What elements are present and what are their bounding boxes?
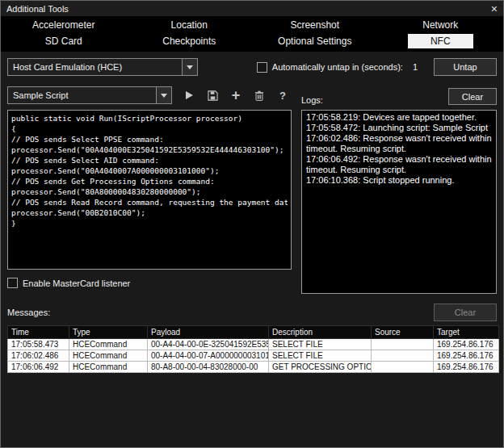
log-entry: 17:06:10.368: Script stopped running. xyxy=(306,175,492,186)
code-line: processor.Send("00A404000E325041592E5359… xyxy=(11,144,288,155)
untap-button[interactable]: Untap xyxy=(434,58,497,76)
script-dropdown[interactable]: Sample Script xyxy=(7,86,172,104)
table-row[interactable]: 17:06:06.492 HCECommand 80-A8-00-00-04-8… xyxy=(8,362,499,373)
log-entry: 17:06:06.492: Response wasn't received w… xyxy=(306,154,492,175)
cell-time: 17:06:02.486 xyxy=(8,350,69,362)
code-line: // POS sends Read Record command, reques… xyxy=(11,197,288,207)
tab-cell: NFC xyxy=(378,33,504,49)
logs-label: Logs: xyxy=(301,95,323,105)
cell-target: 169.254.86.176 xyxy=(434,339,499,350)
code-line: // POS sends Select PPSE command: xyxy=(11,134,288,144)
script-editor[interactable]: public static void Run(IScriptProcessor … xyxy=(7,110,292,270)
logs-section: Logs: Clear 17:05:58.219: Devices are ta… xyxy=(301,86,497,294)
messages-table-header-row: Time Type Payload Description Source Tar… xyxy=(8,326,499,339)
col-header-type[interactable]: Type xyxy=(69,326,148,339)
messages-table: Time Type Payload Description Source Tar… xyxy=(7,325,499,373)
logs-header: Logs: Clear xyxy=(301,86,497,105)
tab-screenshot[interactable]: Screenshot xyxy=(280,18,349,32)
cell-description: GET PROCESSING OPTIONS xyxy=(269,362,372,373)
messages-label: Messages: xyxy=(7,308,50,317)
additional-tools-window: Additional Tools × Accelerometer Locatio… xyxy=(0,0,504,448)
tab-accelerometer[interactable]: Accelerometer xyxy=(23,18,104,32)
cell-source xyxy=(372,362,434,373)
chevron-down-icon[interactable] xyxy=(182,59,197,75)
script-and-logs: Sample Script + ? publ xyxy=(7,86,497,294)
code-line: // POS sends Select AID command: xyxy=(11,155,288,165)
cell-payload: 80-A8-00-00-04-83028000-00 xyxy=(148,362,269,373)
code-line: processor.Send("00B2010C00"); xyxy=(11,207,288,218)
mastercard-row: Enable MasterCard listener xyxy=(7,278,292,288)
tab-cell: Network xyxy=(378,17,504,33)
auto-untap-checkbox[interactable] xyxy=(257,62,267,73)
close-icon[interactable]: × xyxy=(491,3,498,15)
log-entry: 17:05:58.472: Launching script: Sample S… xyxy=(306,123,492,133)
logs-box[interactable]: 17:05:58.219: Devices are tapped togethe… xyxy=(301,110,497,294)
cell-description: SELECT FILE xyxy=(269,350,372,362)
hce-mode-dropdown[interactable]: Host Card Emulation (HCE) xyxy=(7,58,198,76)
auto-untap-group: Automatically untap in (seconds): 1 Unta… xyxy=(257,58,497,76)
tab-optional-settings[interactable]: Optional Settings xyxy=(268,34,361,48)
title-bar: Additional Tools × xyxy=(1,1,503,16)
cell-time: 17:06:06.492 xyxy=(8,362,69,373)
save-script-icon[interactable] xyxy=(206,90,219,101)
nfc-panel: Host Card Emulation (HCE) Automatically … xyxy=(1,52,503,447)
code-line: processor.Send("80A8000004830280000000")… xyxy=(11,186,288,197)
tab-cell: Screenshot xyxy=(252,17,378,33)
hce-row: Host Card Emulation (HCE) Automatically … xyxy=(7,58,497,76)
tab-cell: Location xyxy=(127,17,253,33)
messages-header: Messages: Clear xyxy=(7,304,497,321)
run-script-icon[interactable] xyxy=(183,90,195,100)
col-header-target[interactable]: Target xyxy=(434,326,499,339)
tab-cell: Checkpoints xyxy=(127,33,253,49)
log-entry: 17:05:58.219: Devices are tapped togethe… xyxy=(306,112,492,123)
auto-untap-seconds-value[interactable]: 1 xyxy=(413,62,418,72)
script-dropdown-value: Sample Script xyxy=(8,87,156,103)
script-toolbar: Sample Script + ? xyxy=(7,86,292,105)
table-row[interactable]: 17:05:58.473 HCECommand 00-A4-04-00-0E-3… xyxy=(8,339,499,350)
code-line: processor.Send("00A4040007A0000000031010… xyxy=(11,165,288,176)
cell-time: 17:05:58.473 xyxy=(8,339,69,350)
auto-untap-label: Automatically untap in (seconds): xyxy=(272,62,403,72)
cell-source xyxy=(372,350,434,362)
code-line: // POS sends Get Processing Options comm… xyxy=(11,176,288,186)
clear-logs-button[interactable]: Clear xyxy=(448,88,497,105)
hce-mode-value: Host Card Emulation (HCE) xyxy=(8,59,182,75)
code-line: } xyxy=(11,218,288,228)
cell-target: 169.254.86.176 xyxy=(434,362,499,373)
mastercard-listener-label: Enable MasterCard listener xyxy=(23,278,130,288)
tab-row-2: SD Card Checkpoints Optional Settings NF… xyxy=(1,33,503,49)
add-script-icon[interactable]: + xyxy=(229,89,242,102)
script-section: Sample Script + ? publ xyxy=(7,86,292,294)
cell-type: HCECommand xyxy=(69,350,148,362)
tab-row-1: Accelerometer Location Screenshot Networ… xyxy=(1,17,503,33)
col-header-description[interactable]: Description xyxy=(269,326,372,339)
tab-network[interactable]: Network xyxy=(413,18,468,32)
tab-checkpoints[interactable]: Checkpoints xyxy=(153,34,225,48)
delete-script-icon[interactable] xyxy=(253,90,266,101)
clear-messages-button[interactable]: Clear xyxy=(434,304,497,321)
tab-nfc[interactable]: NFC xyxy=(408,34,473,48)
chevron-down-icon[interactable] xyxy=(156,87,171,103)
tab-cell: SD Card xyxy=(1,33,127,49)
cell-target: 169.254.86.176 xyxy=(434,350,499,362)
cell-type: HCECommand xyxy=(69,362,148,373)
tab-cell: Optional Settings xyxy=(252,33,378,49)
table-row[interactable]: 17:06:02.486 HCECommand 00-A4-04-00-07-A… xyxy=(8,350,499,362)
code-line: { xyxy=(11,124,288,134)
code-line: public static void Run(IScriptProcessor … xyxy=(11,113,288,124)
tab-cell: Accelerometer xyxy=(1,17,127,33)
cell-type: HCECommand xyxy=(69,339,148,350)
cell-payload: 00-A4-04-00-07-A0000000031010-00 xyxy=(148,350,269,362)
cell-payload: 00-A4-04-00-0E-325041592E5359532E4444463… xyxy=(148,339,269,350)
window-title: Additional Tools xyxy=(6,4,491,14)
tab-strip: Accelerometer Location Screenshot Networ… xyxy=(1,16,503,52)
log-entry: 17:06:02.486: Response wasn't received w… xyxy=(306,133,492,154)
tab-location[interactable]: Location xyxy=(162,18,217,32)
help-icon[interactable]: ? xyxy=(276,90,289,102)
cell-description: SELECT FILE xyxy=(269,339,372,350)
tab-sd-card[interactable]: SD Card xyxy=(36,34,92,48)
col-header-source[interactable]: Source xyxy=(372,326,434,339)
col-header-time[interactable]: Time xyxy=(8,326,69,339)
col-header-payload[interactable]: Payload xyxy=(148,326,269,339)
mastercard-listener-checkbox[interactable] xyxy=(7,278,18,288)
